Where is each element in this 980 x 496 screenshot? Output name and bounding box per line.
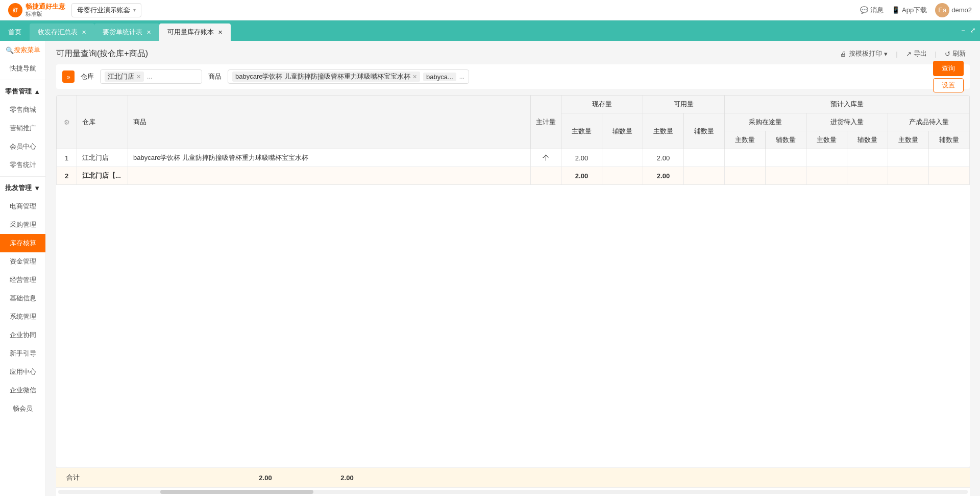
sidebar-item-ecommerce[interactable]: 电商管理 [0,197,45,216]
sidebar-item-basic-info[interactable]: 基础信息 [0,289,45,308]
table-row-subtotal: 2 江北门店【... 2.00 2.00 [57,167,970,185]
action-divider-2: | [935,50,937,58]
avatar: Ea [935,3,949,17]
print-btn[interactable]: 🖨 按模板打印 ▾ [836,47,892,60]
message-btn[interactable]: 💬 消息 [860,6,884,15]
query-button[interactable]: 查询 [933,61,964,76]
tab-order-close[interactable]: ✕ [146,29,151,36]
tab-order-label: 要货单统计表 [103,28,142,37]
table-row: 1 江北门店 babycare学饮杯 儿童防摔防撞吸管杯重力球吸嘴杯宝宝水杯 个… [57,149,970,167]
table-footer: 合计 2.00 2.00 [56,467,970,487]
cell-index-2: 2 [57,167,77,185]
account-label: 母婴行业演示账套 [77,6,130,15]
tab-minimize-icon[interactable]: － [960,26,967,35]
tab-bar-right: － ⤢ [960,26,976,35]
product-tag1-close[interactable]: ✕ [412,74,417,80]
sidebar-search[interactable]: 🔍 搜索菜单 [0,41,45,59]
refresh-btn[interactable]: ↺ 刷新 [941,47,970,60]
chevron-down-icon2: ▼ [34,184,40,192]
cell-purchase-main-2 [725,167,766,185]
search-icon: 🔍 [6,46,14,54]
app-download-btn[interactable]: 📱 App下载 [892,6,927,15]
cell-incoming-aux-1 [847,149,888,167]
product-more[interactable]: ... [459,73,464,80]
th-avail-aux: 辅数量 [684,113,725,149]
th-stock-aux: 辅数量 [602,113,643,149]
sidebar-item-app-center[interactable]: 应用中心 [0,363,45,381]
sidebar-item-vip[interactable]: 畅会员 [0,399,45,418]
cell-unit-2 [531,167,561,185]
sidebar-search-label: 搜索菜单 [14,45,40,55]
chevron-icon: ▲ [34,88,40,96]
warehouse-tag-close[interactable]: ✕ [136,74,141,80]
cell-product-2 [128,167,531,185]
product-input[interactable]: babycare学饮杯 儿童防摔防撞吸管杯重力球吸嘴杯宝宝水杯 ✕ babyca… [228,69,469,84]
th-production-main: 主数量 [888,131,929,149]
refresh-icon: ↺ [945,50,950,58]
th-incoming-group: 进货待入量 [806,113,888,131]
sidebar-item-retail-stat[interactable]: 零售统计 [0,156,45,174]
sidebar-item-wholesale-mgmt[interactable]: 批发管理 ▼ [0,179,45,197]
settings-button[interactable]: 设置 [933,78,964,92]
sidebar-item-member[interactable]: 会员中心 [0,137,45,156]
th-unit: 主计量 [531,96,561,149]
sidebar-item-retail-shop[interactable]: 零售商城 [0,101,45,119]
sidebar-nav[interactable]: 快捷导航 [0,59,45,78]
user-label: demo2 [951,6,972,14]
product-tag2: babyca... [423,73,456,81]
logo-area: 好 畅捷通好生意 标准版 [8,3,65,17]
th-warehouse: 仓库 [77,96,128,149]
th-incoming-aux: 辅数量 [847,131,888,149]
export-icon: ↗ [906,50,912,58]
cell-production-aux-1 [929,149,970,167]
scrollbar-track [58,490,968,494]
tab-receive[interactable]: 收发存汇总表 ✕ [30,23,94,41]
export-btn[interactable]: ↗ 导出 [902,47,931,60]
tab-expand-icon[interactable]: ⤢ [970,26,976,35]
sidebar-item-newcomer[interactable]: 新手引导 [0,344,45,363]
user-btn[interactable]: Ea demo2 [935,3,972,17]
sidebar-system-label: 系统管理 [10,312,36,321]
th-avail-main: 主数量 [643,113,684,149]
sidebar-item-retail-mgmt[interactable]: 零售管理 ▲ [0,82,45,101]
avatar-text: Ea [938,6,946,14]
tab-available[interactable]: 可用量库存账本 ✕ [159,23,231,41]
tab-available-close[interactable]: ✕ [218,29,223,36]
product-tag1: babycare学饮杯 儿童防摔防撞吸管杯重力球吸嘴杯宝宝水杯 ✕ [232,72,420,82]
sidebar-item-system[interactable]: 系统管理 [0,308,45,326]
sidebar-app-center-label: 应用中心 [10,367,36,376]
tab-home[interactable]: 首页 [0,23,30,41]
print-chevron-icon: ▾ [884,50,888,58]
cell-avail-aux-1 [684,149,725,167]
sidebar-item-operations[interactable]: 经营管理 [0,271,45,289]
logo-text: 畅捷通好生意 标准版 [26,3,65,17]
footer-values: 2.00 2.00 [143,474,965,482]
warehouse-more[interactable]: ... [147,73,152,80]
warehouse-input[interactable]: 江北门店 ✕ ... [100,69,202,84]
sidebar-item-enterprise[interactable]: 企业协同 [0,326,45,344]
cell-warehouse-2: 江北门店【... [77,167,128,185]
tab-receive-close[interactable]: ✕ [82,29,86,36]
footer-avail-main: 2.00 [327,474,368,482]
th-settings: ⚙ [57,96,77,149]
scrollbar-thumb[interactable] [160,490,313,494]
product-tag1-value: babycare学饮杯 儿童防摔防撞吸管杯重力球吸嘴杯宝宝水杯 [235,72,410,81]
sidebar-item-inventory[interactable]: 库存核算 [0,234,45,252]
product-tag2-value: babyca... [426,73,453,81]
sidebar-item-wechat[interactable]: 企业微信 [0,381,45,399]
warehouse-tag-value: 江北门店 [108,72,134,81]
cell-avail-main-2: 2.00 [643,167,684,185]
account-dropdown[interactable]: 母婴行业演示账套 ▾ [71,3,141,17]
sidebar-retail-mgmt-label: 零售管理 [5,87,32,96]
message-icon: 💬 [860,6,868,14]
cell-incoming-main-2 [806,167,847,185]
sidebar-item-finance[interactable]: 资金管理 [0,252,45,271]
settings-icon[interactable]: ⚙ [64,119,70,126]
filter-expand-btn[interactable]: » [62,70,75,83]
phone-icon: 📱 [892,6,900,14]
tab-order[interactable]: 要货单统计表 ✕ [94,23,159,41]
cell-purchase-aux-1 [766,149,806,167]
sidebar-item-purchase[interactable]: 采购管理 [0,216,45,234]
cell-unit-1: 个 [531,149,561,167]
sidebar-item-marketing[interactable]: 营销推广 [0,119,45,137]
